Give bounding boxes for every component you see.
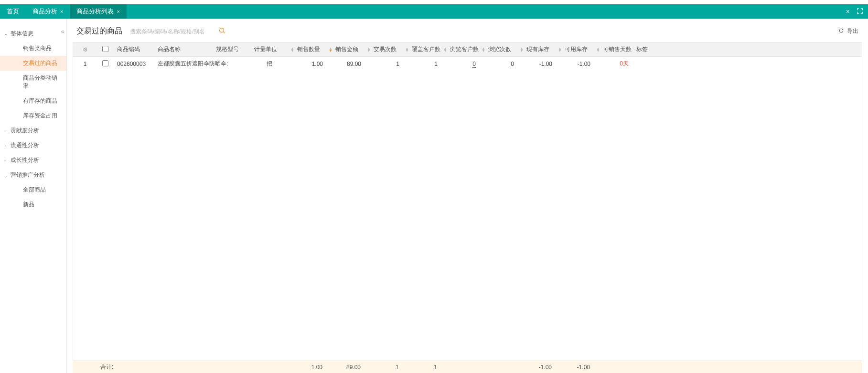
fullscreen-icon[interactable] <box>857 8 863 16</box>
col-label: 商品编码 <box>117 46 140 53</box>
sidebar-group-label: 贡献度分析 <box>11 127 39 135</box>
col-label: 销售数量 <box>297 46 320 53</box>
sidebar-group-header[interactable]: › 成长性分析 <box>0 153 66 168</box>
content-area: 交易过的商品 导出 <box>67 19 868 373</box>
col-tag[interactable]: 标签 <box>632 43 862 57</box>
refresh-icon <box>838 28 844 35</box>
sidebar-item-label: 新品 <box>23 201 34 208</box>
sidebar-group-liquidity: › 流通性分析 <box>0 138 66 153</box>
tab-bar: 首页 商品分析 × 商品分析列表 × × <box>0 4 868 19</box>
sidebar-group-growth: › 成长性分析 <box>0 153 66 168</box>
sort-icon: ▲▼ <box>443 47 447 52</box>
export-label: 导出 <box>847 27 858 35</box>
chevron-right-icon: › <box>4 143 6 148</box>
chevron-right-icon: › <box>4 128 6 133</box>
tab-label: 商品分析 <box>32 7 57 16</box>
sidebar-item-label: 交易过的商品 <box>23 60 57 66</box>
browse-customers-link[interactable]: 0 <box>472 61 476 67</box>
col-code[interactable]: 商品编码 <box>113 43 154 57</box>
topbar-spacer <box>0 0 868 4</box>
col-label: 浏览次数 <box>488 46 511 53</box>
sidebar-group-header[interactable]: › 流通性分析 <box>0 138 66 153</box>
sidebar-group-label: 成长性分析 <box>11 156 39 164</box>
sidebar-item-instock-products[interactable]: 有库存的商品 <box>0 94 66 108</box>
footer-amount: 89.00 <box>326 364 364 371</box>
col-stock[interactable]: ▲▼现有库存 <box>518 43 556 57</box>
col-checkbox[interactable] <box>97 43 113 57</box>
col-amount[interactable]: ▲▼销售金额 <box>327 43 365 57</box>
sidebar-item-label: 商品分类动销率 <box>23 75 57 89</box>
sort-icon: ▲▼ <box>367 47 371 52</box>
col-label: 浏览客户数 <box>450 46 479 53</box>
table-row[interactable]: 1 002600003 左都胶囊五折遮阳伞防晒伞; 把 1.00 89.00 1… <box>73 57 862 71</box>
col-trx[interactable]: ▲▼交易次数 <box>365 43 403 57</box>
footer-avail: -1.00 <box>556 364 594 371</box>
cell-customers: 1 <box>403 57 441 71</box>
col-browse-count[interactable]: ▲▼浏览次数 <box>480 43 518 57</box>
cell-amount: 89.00 <box>327 57 365 71</box>
sidebar-group-label: 整体信息 <box>11 30 33 38</box>
sidebar-group-header[interactable]: › 贡献度分析 <box>0 123 66 138</box>
page-title: 交易过的商品 <box>76 26 122 36</box>
footer-trx: 1 <box>364 364 403 371</box>
sidebar-item-sales-products[interactable]: 销售类商品 <box>0 41 66 56</box>
table-footer-total: 合计: 1.00 89.00 1 1 -1.00 -1.00 <box>73 361 862 373</box>
sidebar-item-label: 有库存的商品 <box>23 97 57 104</box>
sort-icon: ▲▼ <box>596 47 600 52</box>
row-checkbox[interactable] <box>102 60 108 66</box>
svg-point-0 <box>220 28 224 32</box>
search-input[interactable] <box>129 26 215 37</box>
cell-name: 左都胶囊五折遮阳伞防晒伞; <box>154 57 212 71</box>
tab-home[interactable]: 首页 <box>0 4 26 19</box>
sidebar-item-new-products[interactable]: 新品 <box>0 197 66 212</box>
sidebar-item-label: 全部商品 <box>23 186 46 193</box>
close-icon[interactable]: × <box>60 9 63 14</box>
col-browse-customers[interactable]: ▲▼浏览客户数 <box>441 43 480 57</box>
sidebar-item-category-sellrate[interactable]: 商品分类动销率 <box>0 71 66 94</box>
tab-product-analysis-list[interactable]: 商品分析列表 × <box>70 4 126 19</box>
main-area: « ⌄ 整体信息 销售类商品 交易过的商品 商品分类动销率 有库存的商品 库存资… <box>0 19 868 373</box>
sort-icon: ▲▼ <box>290 47 294 52</box>
cell-idx: 1 <box>73 57 97 71</box>
footer-label: 合计: <box>96 363 113 371</box>
sidebar-item-label: 库存资金占用 <box>23 112 57 119</box>
cell-code: 002600003 <box>113 57 154 71</box>
col-label: 覆盖客户数 <box>412 46 440 53</box>
col-customers[interactable]: ▲▼覆盖客户数 <box>403 43 441 57</box>
sidebar-group-label: 流通性分析 <box>11 141 39 149</box>
col-label: 计量单位 <box>254 46 277 53</box>
col-settings[interactable]: ⚙ <box>73 43 97 57</box>
col-avail[interactable]: ▲▼可用库存 <box>556 43 594 57</box>
col-label: 可销售天数 <box>603 46 632 53</box>
col-unit[interactable]: 计量单位 <box>250 43 289 57</box>
col-name[interactable]: 商品名称 <box>154 43 212 57</box>
col-days[interactable]: ▲▼可销售天数 <box>594 43 632 57</box>
sidebar-group-header[interactable]: ⌄ 营销推广分析 <box>0 168 66 182</box>
sidebar-group-header[interactable]: ⌄ 整体信息 <box>0 26 66 41</box>
export-button[interactable]: 导出 <box>835 25 862 37</box>
cell-unit: 把 <box>250 57 289 71</box>
search-box <box>129 26 225 37</box>
sidebar-group-overview: ⌄ 整体信息 销售类商品 交易过的商品 商品分类动销率 有库存的商品 库存资金占… <box>0 26 66 123</box>
col-label: 现有库存 <box>526 46 549 53</box>
tabbar-actions: × <box>846 4 868 19</box>
cell-trx: 1 <box>365 57 403 71</box>
tab-product-analysis[interactable]: 商品分析 × <box>26 4 70 19</box>
select-all-checkbox[interactable] <box>102 46 108 52</box>
sidebar-item-all-products[interactable]: 全部商品 <box>0 182 66 197</box>
close-icon[interactable]: × <box>117 9 119 14</box>
sidebar-item-inventory-capital[interactable]: 库存资金占用 <box>0 108 66 123</box>
cell-browse-count: 0 <box>480 57 518 71</box>
sort-icon: ▲▼ <box>329 47 332 52</box>
close-all-icon[interactable]: × <box>846 8 850 15</box>
footer-stock: -1.00 <box>517 364 556 371</box>
sidebar-item-traded-products[interactable]: 交易过的商品 <box>0 56 66 71</box>
footer-qty: 1.00 <box>288 364 326 371</box>
chevron-down-icon: ⌄ <box>4 173 8 178</box>
col-label: 可用库存 <box>565 46 588 53</box>
col-spec[interactable]: 规格型号 <box>212 43 250 57</box>
search-icon[interactable] <box>219 27 225 35</box>
col-label: 交易次数 <box>374 46 396 53</box>
col-qty[interactable]: ▲▼销售数量 <box>289 43 327 57</box>
cell-tag <box>632 57 862 71</box>
